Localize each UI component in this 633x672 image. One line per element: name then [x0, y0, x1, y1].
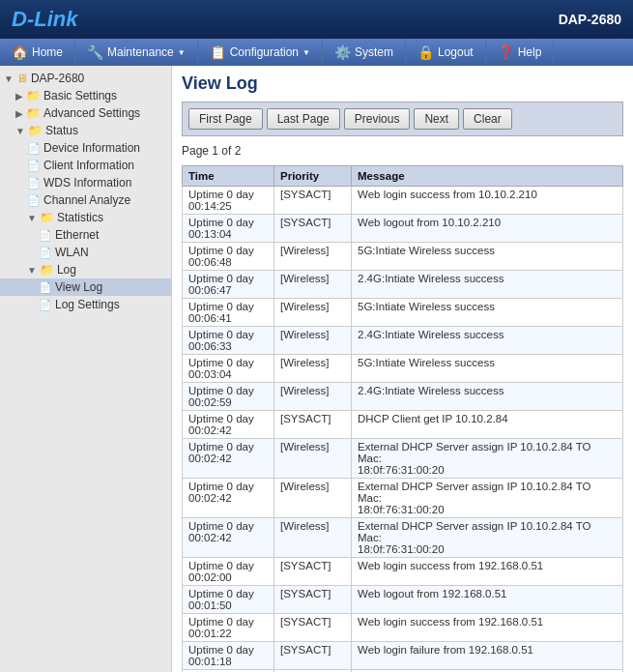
nav-maintenance[interactable]: 🔧 Maintenance ▼: [75, 39, 198, 66]
sidebar-wlan-label: WLAN: [55, 246, 89, 259]
page-icon: 📄: [27, 194, 41, 207]
sidebar-client-info-label: Client Information: [43, 159, 134, 172]
sidebar-wds-info-label: WDS Information: [43, 176, 131, 190]
cell-priority: [SYSACT]: [274, 586, 352, 614]
content-area: View Log First Page Last Page Previous N…: [172, 66, 633, 672]
cell-time: Uptime 0 day 00:02:59: [183, 383, 274, 411]
nav-logout[interactable]: 🔒 Logout: [406, 39, 486, 66]
cell-message: Web login success from 192.168.0.51: [352, 558, 623, 586]
page-icon: 📄: [27, 142, 41, 155]
maintenance-icon: 🔧: [87, 44, 103, 60]
table-row: Uptime 0 day 00:02:59[Wireless]2.4G:Inti…: [183, 383, 623, 411]
first-page-button[interactable]: First Page: [188, 108, 263, 130]
table-row: Uptime 0 day 00:01:22[SYSACT]Web login s…: [183, 614, 623, 642]
cell-time: Uptime 0 day 00:06:33: [183, 327, 274, 355]
cell-priority: [SYSACT]: [274, 411, 352, 439]
cell-message: Web logout from 192.168.0.51: [352, 586, 623, 614]
sidebar-item-basic-settings[interactable]: ▶ 📁 Basic Settings: [0, 87, 171, 104]
navbar: 🏠 Home 🔧 Maintenance ▼ 📋 Configuration ▼…: [0, 39, 633, 66]
cell-priority: [Wireless]: [274, 299, 352, 327]
sidebar-item-wds-info[interactable]: 📄 WDS Information: [0, 174, 171, 191]
cell-message: External DHCP Server assign IP 10.10.2.8…: [352, 479, 623, 518]
cell-priority: [SYSACT]: [274, 642, 352, 670]
cell-time: Uptime 0 day 00:02:00: [183, 558, 274, 586]
sidebar-item-statistics[interactable]: ▼ 📁 Statistics: [0, 209, 171, 226]
next-button[interactable]: Next: [414, 108, 459, 130]
configuration-icon: 📋: [210, 44, 226, 60]
sidebar-item-ethernet[interactable]: 📄 Ethernet: [0, 226, 171, 244]
collapse-icon: ▼: [4, 73, 14, 84]
log-table: Time Priority Message Uptime 0 day 00:14…: [182, 165, 623, 672]
cell-message: 5G:Intiate Wireless success: [352, 355, 623, 383]
previous-button[interactable]: Previous: [344, 108, 411, 130]
sidebar-advanced-settings-label: Advanced Settings: [43, 106, 140, 120]
model-label: DAP-2680: [559, 12, 621, 27]
nav-configuration[interactable]: 📋 Configuration ▼: [198, 39, 323, 66]
button-bar: First Page Last Page Previous Next Clear: [182, 102, 623, 136]
cell-message: DHCP Client get IP 10.10.2.84: [352, 411, 623, 439]
page-icon: 📄: [39, 247, 52, 259]
page-icon: 📄: [39, 229, 52, 242]
last-page-button[interactable]: Last Page: [267, 108, 340, 130]
cell-priority: [Wireless]: [274, 271, 352, 299]
table-row: Uptime 0 day 00:02:42[Wireless]External …: [183, 518, 623, 558]
maintenance-arrow-icon: ▼: [178, 48, 186, 57]
expand-icon: ▶: [15, 91, 23, 102]
collapse-icon: ▼: [27, 213, 37, 223]
nav-help-label: Help: [518, 45, 542, 59]
cell-time: Uptime 0 day 00:06:47: [183, 271, 274, 299]
table-row: Uptime 0 day 00:02:42[Wireless]External …: [183, 439, 623, 479]
header-time: Time: [183, 166, 274, 187]
logout-icon: 🔒: [417, 44, 434, 60]
sidebar-item-log[interactable]: ▼ 📁 Log: [0, 261, 171, 278]
nav-configuration-label: Configuration: [230, 45, 299, 59]
cell-time: Uptime 0 day 00:06:48: [183, 243, 274, 271]
cell-priority: [Wireless]: [274, 439, 352, 479]
table-row: Uptime 0 day 00:06:41[Wireless]5G:Intiat…: [183, 299, 623, 327]
collapse-icon: ▼: [27, 265, 37, 276]
nav-home-label: Home: [32, 45, 63, 59]
sidebar-dap2680-label: DAP-2680: [31, 72, 84, 85]
table-row: Uptime 0 day 00:02:42[SYSACT]DHCP Client…: [183, 411, 623, 439]
cell-time: Uptime 0 day 00:01:18: [183, 642, 274, 670]
sidebar-item-log-settings[interactable]: 📄 Log Settings: [0, 296, 171, 313]
table-row: Uptime 0 day 00:06:47[Wireless]2.4G:Inti…: [183, 271, 623, 299]
nav-home[interactable]: 🏠 Home: [0, 39, 75, 66]
sidebar-item-status[interactable]: ▼ 📁 Status: [0, 122, 171, 139]
sidebar-item-dap2680[interactable]: ▼ 🖥 DAP-2680: [0, 70, 171, 87]
table-row: Uptime 0 day 00:03:04[Wireless]5G:Intiat…: [183, 355, 623, 383]
cell-message: Web logout from 10.10.2.210: [352, 215, 623, 243]
cell-priority: [Wireless]: [274, 518, 352, 558]
cell-time: Uptime 0 day 00:01:50: [183, 586, 274, 614]
cell-priority: [SYSACT]: [274, 614, 352, 642]
header-message: Message: [352, 166, 623, 187]
nav-system-label: System: [355, 45, 393, 59]
table-row: Uptime 0 day 00:14:25[SYSACT]Web login s…: [183, 187, 623, 215]
sidebar-item-view-log[interactable]: 📄 View Log: [0, 278, 171, 296]
cell-message: External DHCP Server assign IP 10.10.2.8…: [352, 439, 623, 479]
header: D-Link DAP-2680: [0, 0, 633, 39]
folder-icon: 📁: [26, 89, 41, 102]
table-row: Uptime 0 day 00:01:18[SYSACT]Web login f…: [183, 642, 623, 670]
sidebar-item-advanced-settings[interactable]: ▶ 📁 Advanced Settings: [0, 104, 171, 122]
clear-button[interactable]: Clear: [463, 108, 512, 130]
cell-priority: [Wireless]: [274, 327, 352, 355]
sidebar-item-client-info[interactable]: 📄 Client Information: [0, 157, 171, 174]
table-row: Uptime 0 day 00:02:00[SYSACT]Web login s…: [183, 558, 623, 586]
sidebar-view-log-label: View Log: [55, 280, 102, 294]
sidebar-statistics-label: Statistics: [57, 211, 103, 224]
sidebar-item-channel-analyze[interactable]: 📄 Channel Analyze: [0, 191, 171, 209]
nav-help[interactable]: ❓ Help: [486, 39, 555, 66]
cell-time: Uptime 0 day 00:14:25: [183, 187, 274, 215]
table-row: Uptime 0 day 00:02:42[Wireless]External …: [183, 479, 623, 518]
home-icon: 🏠: [12, 44, 28, 60]
cell-time: Uptime 0 day 00:06:41: [183, 299, 274, 327]
page-icon: 📄: [27, 177, 41, 190]
sidebar-item-wlan[interactable]: 📄 WLAN: [0, 244, 171, 261]
cell-message: 5G:Intiate Wireless success: [352, 299, 623, 327]
cell-message: Web login success from 192.168.0.51: [352, 614, 623, 642]
cell-message: 5G:Intiate Wireless success: [352, 243, 623, 271]
table-row: Uptime 0 day 00:01:50[SYSACT]Web logout …: [183, 586, 623, 614]
sidebar-item-device-info[interactable]: 📄 Device Information: [0, 139, 171, 157]
nav-system[interactable]: ⚙️ System: [323, 39, 406, 66]
